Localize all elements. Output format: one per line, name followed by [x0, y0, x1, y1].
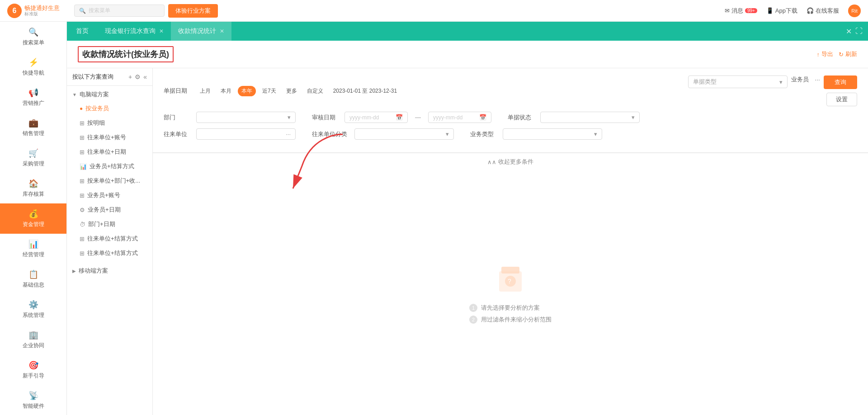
- finance-icon: 💰: [28, 209, 38, 219]
- tab-expand-icon[interactable]: ⛶: [855, 27, 863, 35]
- sidebar-item-marketing[interactable]: 📢 营销推广: [0, 82, 66, 113]
- settings-button[interactable]: 设置: [826, 93, 857, 106]
- scheme-item-unit-account[interactable]: ⊞ 往来单位+账号: [67, 130, 152, 145]
- scheme-item-salesman-date[interactable]: ⚙ 业务员+日期: [67, 203, 152, 217]
- mobile-schemes-expand-icon: ▶: [72, 269, 76, 274]
- page-actions: ↑ 导出 ↻ 刷新: [817, 50, 858, 58]
- sidebar-item-finance[interactable]: 💰 资金管理: [0, 203, 66, 234]
- collapse-scheme-icon[interactable]: «: [143, 73, 147, 80]
- tab-close-all-icon[interactable]: ✕: [846, 27, 852, 36]
- dept-date-icon: ⏱: [80, 221, 85, 228]
- review-date-from[interactable]: yyyy-mm-dd 📅: [344, 112, 408, 123]
- date-tab-more[interactable]: 更多: [283, 86, 301, 96]
- counterpart-category-select[interactable]: ▾: [354, 128, 454, 140]
- scheme-settings-icon[interactable]: ⚙: [135, 73, 141, 80]
- svg-rect-2: [501, 267, 519, 274]
- user-avatar[interactable]: Rit: [848, 5, 861, 17]
- salesman-scheme-icon: ●: [80, 105, 83, 112]
- sidebar-item-purchase[interactable]: 🛒 采购管理: [0, 143, 66, 173]
- new-guide-icon: 🎯: [28, 360, 38, 370]
- review-date-to[interactable]: yyyy-mm-dd 📅: [428, 112, 491, 123]
- operation-icon: 📊: [28, 239, 38, 249]
- content-area: 首页 现金银行流水查询 ✕ 收款情况统计 ✕ ✕ ⛶ 收款情况统计(按业务员) …: [67, 22, 868, 415]
- sidebar-item-system[interactable]: ⚙️ 系统管理: [0, 294, 66, 325]
- sidebar-item-new-guide[interactable]: 🎯 新手引导: [0, 355, 66, 385]
- sidebar-item-enterprise[interactable]: 🏢 企业协同: [0, 325, 66, 355]
- salesman-more-icon[interactable]: ···: [815, 76, 820, 83]
- search-input[interactable]: 🔍 搜索菜单: [74, 5, 165, 17]
- trial-button[interactable]: 体验行业方案: [168, 4, 218, 18]
- doc-type-select[interactable]: 单据类型 ▾: [688, 75, 788, 88]
- close-bank-flow-tab-icon[interactable]: ✕: [159, 28, 164, 34]
- date-tab-custom[interactable]: 自定义: [303, 86, 327, 96]
- sidebar-item-search-menu[interactable]: 🔍 搜索菜单: [0, 22, 66, 52]
- refresh-icon: ↻: [839, 51, 844, 58]
- counterpart-select[interactable]: ···: [196, 128, 296, 140]
- doc-status-dropdown-icon: ▾: [632, 114, 635, 121]
- sidebar-item-sales[interactable]: 💼 销售管理: [0, 113, 66, 143]
- collapse-more-bar[interactable]: ∧∧ 收起更多条件: [153, 153, 868, 170]
- dept-select[interactable]: ▾: [196, 112, 296, 123]
- message-item[interactable]: ✉ 消息 99+: [725, 7, 757, 15]
- scheme-item-salesman-payment[interactable]: 📊 业务员+结算方式: [67, 159, 152, 174]
- dept-label: 部门: [164, 113, 189, 122]
- download-icon: 📱: [766, 7, 774, 14]
- date-tab-this-year[interactable]: 本年: [238, 86, 256, 96]
- filter-buttons: 查询 设置: [824, 75, 857, 106]
- empty-steps: 1 请先选择要分析的方案 2 用过滤条件来缩小分析范围: [469, 304, 552, 324]
- page-title: 收款情况统计(按业务员): [78, 46, 174, 62]
- date-tab-last-7[interactable]: 近7天: [259, 86, 280, 96]
- date-tab-last-month[interactable]: 上月: [196, 86, 214, 96]
- query-button[interactable]: 查询: [824, 75, 857, 89]
- step-num-1: 1: [469, 304, 477, 312]
- app-download-item[interactable]: 📱 App下载: [766, 7, 797, 15]
- scheme-item-by-salesman[interactable]: ● 按业务员: [67, 101, 152, 116]
- doc-type-dropdown-icon: ▾: [779, 79, 783, 85]
- mobile-schemes-header[interactable]: ▶ 移动端方案: [67, 264, 152, 278]
- close-receipt-stats-tab-icon[interactable]: ✕: [220, 28, 224, 34]
- scheme-item-unit-date[interactable]: ⊞ 往来单位+日期: [67, 145, 152, 159]
- date-tab-this-month[interactable]: 本月: [217, 86, 235, 96]
- svg-text:?: ?: [508, 278, 511, 285]
- pc-schemes-header[interactable]: ▼ 电脑端方案: [67, 88, 152, 101]
- collapse-up-icon: ∧∧: [487, 159, 496, 165]
- sidebar-item-smart-hardware[interactable]: 📡 智能硬件: [0, 385, 66, 415]
- sidebar-item-base-info[interactable]: 📋 基础信息: [0, 264, 66, 294]
- scheme-item-by-detail[interactable]: ⊞ 按明细: [67, 116, 152, 130]
- logo-text: 畅捷通好生意: [24, 5, 60, 12]
- online-service-item[interactable]: 🎧 在线客服: [807, 7, 839, 15]
- counterpart-more-icon[interactable]: ···: [286, 131, 291, 137]
- add-scheme-icon[interactable]: +: [128, 73, 132, 80]
- scheme-item-unit-payment1[interactable]: ⊞ 往来单位+结算方式: [67, 231, 152, 246]
- unit-payment1-icon: ⊞: [80, 236, 85, 242]
- business-type-select[interactable]: ▾: [503, 128, 602, 140]
- scheme-item-salesman-account[interactable]: ⊞ 业务员+账号: [67, 188, 152, 203]
- tab-home[interactable]: 首页: [67, 22, 98, 41]
- calendar-from-icon[interactable]: 📅: [396, 114, 403, 121]
- salesman-payment-icon: 📊: [80, 163, 87, 170]
- scheme-item-unit-payment2[interactable]: ⊞ 往来单位+结算方式: [67, 246, 152, 260]
- counterpart-label: 往来单位: [164, 130, 189, 138]
- top-header: 6 畅捷通好生意 标准版 🔍 搜索菜单 体验行业方案 ✉ 消息 99+ 📱 Ap…: [0, 0, 868, 22]
- unit-account-icon: ⊞: [80, 134, 85, 141]
- tab-bank-flow[interactable]: 现金银行流水查询 ✕: [98, 22, 171, 41]
- scheme-header-actions: + ⚙ «: [128, 73, 147, 80]
- doc-status-select[interactable]: ▾: [540, 112, 640, 123]
- scheme-item-unit-dept[interactable]: ⊞ 按来单位+部门+收...: [67, 174, 152, 188]
- sidebar-item-inventory[interactable]: 🏠 库存核算: [0, 173, 66, 203]
- filter-row-3: 往来单位 ··· 往来单位分类 ▾ 业务类型: [164, 128, 857, 140]
- logo-area: 6 畅捷通好生意 标准版: [7, 4, 74, 18]
- export-button[interactable]: ↑ 导出: [817, 50, 834, 58]
- sidebar-item-operation[interactable]: 📊 经营管理: [0, 234, 66, 264]
- marketing-icon: 📢: [28, 88, 38, 98]
- step-num-2: 2: [469, 316, 477, 324]
- filter-row-2: 部门 ▾ 审核日期 yyyy-mm-dd 📅 —: [164, 112, 857, 123]
- scheme-item-dept-date[interactable]: ⏱ 部门+日期: [67, 217, 152, 231]
- calendar-to-icon[interactable]: 📅: [479, 114, 486, 121]
- tab-receipt-stats[interactable]: 收款情况统计 ✕: [171, 22, 231, 41]
- detail-scheme-icon: ⊞: [80, 120, 85, 127]
- sidebar-item-quick-nav[interactable]: ⚡ 快捷导航: [0, 52, 66, 82]
- mobile-schemes-group: ▶ 移动端方案: [67, 262, 152, 279]
- counterpart-category-label: 往来单位分类: [312, 130, 347, 138]
- refresh-button[interactable]: ↻ 刷新: [839, 50, 857, 58]
